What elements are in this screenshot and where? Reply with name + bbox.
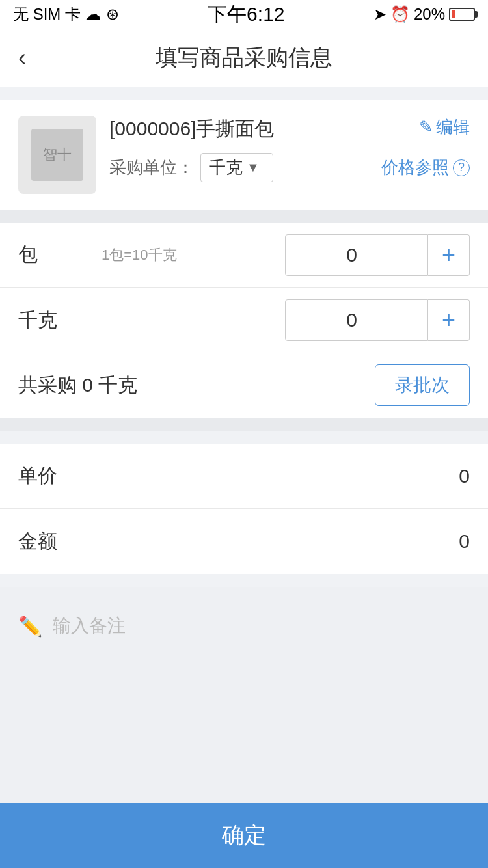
bag-input-row: 包 1包=10千克 + xyxy=(0,223,488,288)
alarm-icon: ⏰ xyxy=(390,5,410,23)
amount-row: 金额 0 xyxy=(0,509,488,574)
unit-value: 千克 xyxy=(209,156,243,179)
remark-placeholder: 输入备注 xyxy=(53,614,126,638)
product-image: 智十 xyxy=(18,116,96,194)
bag-sub-label: 1包=10千克 xyxy=(102,245,177,265)
kg-input-wrap: + xyxy=(96,299,470,341)
bag-input-wrap: + xyxy=(177,234,470,276)
record-batch-button[interactable]: 录批次 xyxy=(375,364,470,406)
input-section: 包 1包=10千克 + 千克 + xyxy=(0,223,488,353)
unit-price-row: 单价 0 xyxy=(0,444,488,509)
price-ref-button[interactable]: 价格参照 ? xyxy=(381,156,470,179)
separator-1 xyxy=(0,210,488,223)
summary-row: 共采购 0 千克 录批次 xyxy=(0,353,488,418)
price-ref-label: 价格参照 xyxy=(381,156,449,179)
price-ref-icon: ? xyxy=(453,159,470,176)
nav-bar: ‹ 填写商品采购信息 xyxy=(0,29,488,87)
unit-label: 采购单位： xyxy=(109,156,194,179)
kg-label: 千克 xyxy=(18,307,96,334)
unit-price-label: 单价 xyxy=(18,463,57,489)
unit-price-value: 0 xyxy=(459,465,470,487)
summary-text: 共采购 0 千克 xyxy=(18,372,137,399)
back-button[interactable]: ‹ xyxy=(18,44,26,72)
bag-input[interactable] xyxy=(285,234,428,276)
edit-icon: ✎ xyxy=(419,117,433,137)
unit-field: 采购单位： 千克 ▼ xyxy=(109,153,273,182)
product-image-inner: 智十 xyxy=(31,129,83,181)
kg-input-row: 千克 + xyxy=(0,288,488,353)
amount-value: 0 xyxy=(459,530,470,552)
amount-label: 金额 xyxy=(18,528,57,555)
status-right: ➤ ⏰ 20% xyxy=(373,5,475,23)
unit-dropdown-arrow: ▼ xyxy=(247,160,260,175)
product-info: [0000006]手撕面包 ✎ 编辑 采购单位： 千克 ▼ 价格参照 ? xyxy=(109,116,470,182)
bag-label: 包 xyxy=(18,241,96,268)
bag-plus-button[interactable]: + xyxy=(428,234,470,276)
unit-select[interactable]: 千克 ▼ xyxy=(200,153,273,182)
page-title: 填写商品采购信息 xyxy=(156,43,332,73)
edit-button[interactable]: ✎ 编辑 xyxy=(419,116,470,139)
confirm-button[interactable]: 确定 xyxy=(0,803,488,868)
product-top: [0000006]手撕面包 ✎ 编辑 xyxy=(109,116,470,142)
kg-input[interactable] xyxy=(285,299,428,341)
product-image-label: 智十 xyxy=(43,145,72,165)
pencil-icon: ✏️ xyxy=(18,615,42,638)
status-left: 无 SIM 卡 ☁ ⊛ xyxy=(13,4,119,25)
status-time: 下午6:12 xyxy=(208,1,284,28)
wifi-icon: ⊛ xyxy=(106,5,119,23)
battery-icon xyxy=(449,8,475,21)
info-section: 单价 0 金额 0 xyxy=(0,444,488,574)
location-icon: ➤ xyxy=(373,5,386,23)
sim-status: 无 SIM 卡 ☁ xyxy=(13,4,101,25)
product-name: [0000006]手撕面包 xyxy=(109,116,274,142)
edit-label: 编辑 xyxy=(436,116,470,139)
product-unit-row: 采购单位： 千克 ▼ 价格参照 ? xyxy=(109,153,470,182)
remark-section[interactable]: ✏️ 输入备注 xyxy=(0,587,488,665)
status-bar: 无 SIM 卡 ☁ ⊛ 下午6:12 ➤ ⏰ 20% xyxy=(0,0,488,29)
battery-percentage: 20% xyxy=(414,5,445,23)
product-card: 智十 [0000006]手撕面包 ✎ 编辑 采购单位： 千克 ▼ 价格参照 ? xyxy=(0,100,488,210)
kg-plus-button[interactable]: + xyxy=(428,299,470,341)
separator-2 xyxy=(0,418,488,431)
